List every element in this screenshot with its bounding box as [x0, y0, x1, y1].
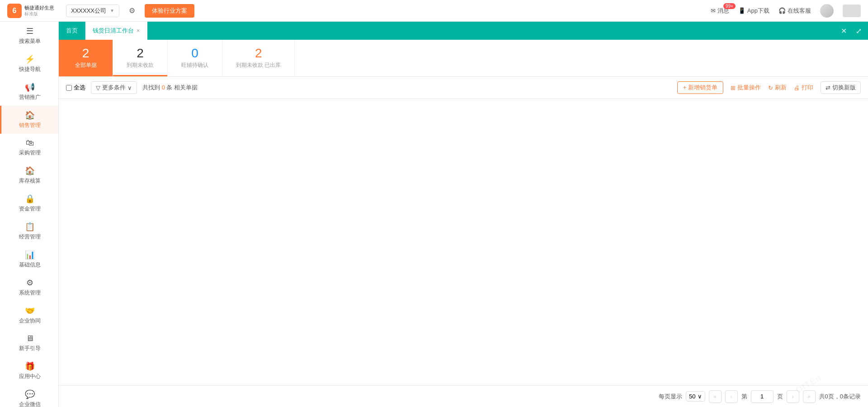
last-page-button[interactable]: »	[803, 390, 816, 403]
app-center-icon: 🎁	[25, 361, 35, 371]
stat-card-overdue[interactable]: 2 到期未收款	[113, 40, 168, 76]
per-page-value: 50	[689, 393, 695, 400]
system-icon: ⚙	[26, 278, 33, 288]
stat-card-shipped[interactable]: 2 到期未收款 已出库	[222, 40, 295, 76]
message-badge: 99+	[723, 3, 736, 9]
sidebar-item-sales[interactable]: 🏠 销售管理	[0, 106, 58, 134]
logo-text: 畅捷通好生意 标准版	[24, 5, 54, 17]
wechat-icon: 💬	[25, 389, 35, 399]
prev-page-button[interactable]: ‹	[725, 390, 738, 403]
sidebar-label-marketing: 营销推广	[19, 94, 41, 101]
stat-label-shipped: 到期未收款 已出库	[236, 61, 281, 69]
avatar[interactable]	[820, 4, 834, 18]
stat-label-pending: 旺辅待确认	[181, 61, 208, 69]
found-count: 0	[162, 84, 165, 91]
toolbar-right: + 新增销货单 ⊞ 批量操作 ↻ 刷新 🖨 打印 ⇄	[677, 81, 861, 94]
select-all-checkbox[interactable]: 全选	[66, 84, 85, 92]
sidebar-label-search: 搜索菜单	[19, 37, 41, 45]
filter-chevron-icon: ∨	[127, 84, 132, 91]
per-page-label: 每页显示	[659, 393, 682, 401]
sidebar-item-app-center[interactable]: 🎁 应用中心	[0, 357, 58, 385]
sidebar-item-system[interactable]: ⚙ 系统管理	[0, 273, 58, 301]
sidebar-label-cooperation: 企业协同	[19, 317, 41, 325]
add-sales-order-button[interactable]: + 新增销货单	[677, 81, 723, 94]
maximize-window-icon[interactable]: ⤢	[853, 26, 864, 36]
app-download-item[interactable]: 📱 App下载	[738, 7, 769, 15]
tab-workbench-label: 钱货日清工作台	[93, 27, 134, 35]
per-page-chevron-icon: ∨	[698, 393, 702, 400]
headset-icon: 🎧	[778, 7, 786, 14]
app-download-icon: 📱	[738, 7, 745, 14]
sidebar-item-operation[interactable]: 📋 经营管理	[0, 217, 58, 245]
quick-nav-icon: ⚡	[25, 54, 35, 64]
print-button[interactable]: 🖨 打印	[794, 84, 813, 92]
sidebar-item-purchase[interactable]: 🛍 采购管理	[0, 134, 58, 161]
app-download-label: App下载	[747, 7, 769, 15]
basic-info-icon: 📊	[25, 250, 35, 260]
sidebar-label-basic-info: 基础信息	[19, 261, 41, 269]
marketing-icon: 📢	[25, 82, 35, 92]
tab-workbench[interactable]: 钱货日清工作台 ×	[85, 22, 147, 40]
sidebar-item-wechat[interactable]: 💬 企业微信	[0, 385, 58, 407]
sidebar-item-cooperation[interactable]: 🤝 企业协同	[0, 301, 58, 329]
stat-number-overdue: 2	[137, 47, 144, 60]
operation-icon: 📋	[25, 222, 35, 232]
sidebar-item-inventory[interactable]: 🏠 库存核算	[0, 161, 58, 189]
sidebar-item-guide[interactable]: 🖥 新手引导	[0, 329, 58, 357]
batch-icon: ⊞	[731, 84, 736, 91]
stat-number-all: 2	[82, 47, 90, 60]
message-icon: ✉	[711, 7, 716, 14]
sidebar-item-search[interactable]: ☰ 搜索菜单	[0, 22, 58, 50]
company-selector[interactable]: XXXXXX公司 ▼	[66, 5, 119, 17]
tabs-bar: 首页 钱货日清工作台 × ✕ ⤢	[59, 22, 868, 40]
stat-card-pending[interactable]: 0 旺辅待确认	[168, 40, 222, 76]
close-tab-icon[interactable]: ×	[137, 28, 140, 34]
sidebar-label-inventory: 库存核算	[19, 177, 41, 185]
username-placeholder	[843, 5, 861, 17]
first-page-button[interactable]: «	[709, 390, 722, 403]
switch-version-button[interactable]: ⇄ 切换新版	[821, 81, 861, 94]
sidebar-label-operation: 经营管理	[19, 233, 41, 241]
stat-card-all[interactable]: 2 全部单据	[59, 40, 113, 76]
toolbar: 全选 ▽ 更多条件 ∨ 共找到 0 条 相关单据 + 新增销货单	[59, 77, 868, 99]
page-suffix: 页	[777, 393, 783, 401]
logo-icon: 6	[7, 4, 22, 18]
sidebar-label-system: 系统管理	[19, 289, 41, 297]
close-window-icon[interactable]: ✕	[838, 26, 849, 36]
sidebar-item-finance[interactable]: 🔒 资金管理	[0, 189, 58, 217]
sidebar-label-guide: 新手引导	[19, 345, 41, 352]
stat-label-overdue: 到期未收款	[127, 61, 154, 69]
tab-home[interactable]: 首页	[59, 22, 85, 40]
trial-button[interactable]: 体验行业方案	[145, 4, 194, 18]
sidebar-item-marketing[interactable]: 📢 营销推广	[0, 78, 58, 106]
select-all-input[interactable]	[66, 85, 72, 91]
sidebar-label-wechat: 企业微信	[19, 401, 41, 407]
stat-number-pending: 0	[191, 47, 198, 60]
refresh-icon: ↻	[768, 84, 773, 91]
table-area	[59, 99, 868, 385]
sidebar-label-quick-nav: 快捷导航	[19, 65, 41, 73]
sidebar-item-basic-info[interactable]: 📊 基础信息	[0, 245, 58, 273]
stats-row: 2 全部单据 2 到期未收款 0 旺辅待确认 2 到期未收款 已出库	[59, 40, 868, 77]
stat-label-all: 全部单据	[75, 61, 97, 69]
stat-number-shipped: 2	[255, 47, 262, 60]
page-content: 2 全部单据 2 到期未收款 0 旺辅待确认 2 到期未收款 已出库	[59, 40, 868, 407]
next-page-button[interactable]: ›	[787, 390, 799, 403]
batch-operation-button[interactable]: ⊞ 批量操作	[731, 84, 761, 92]
filter-button[interactable]: ▽ 更多条件 ∨	[91, 81, 137, 94]
company-name: XXXXXX公司	[71, 7, 106, 15]
sidebar-item-quick-nav[interactable]: ⚡ 快捷导航	[0, 50, 58, 78]
message-item[interactable]: ✉ 消息 99+	[711, 7, 729, 15]
finance-icon: 🔒	[25, 194, 35, 204]
refresh-button[interactable]: ↻ 刷新	[768, 84, 787, 92]
online-service-item[interactable]: 🎧 在线客服	[778, 7, 811, 15]
page-number-input[interactable]	[751, 390, 774, 403]
search-menu-icon: ☰	[26, 26, 33, 36]
select-all-label: 全选	[74, 84, 85, 92]
pagination-bar: 每页显示 50 ∨ « ‹ 第 页 › » 共0页，0条记录	[59, 385, 868, 407]
print-icon: 🖨	[794, 84, 800, 91]
sidebar-label-purchase: 采购管理	[19, 149, 41, 157]
settings-icon[interactable]: ⚙	[125, 4, 139, 18]
page-label: 第	[741, 393, 747, 401]
per-page-select[interactable]: 50 ∨	[686, 391, 705, 402]
